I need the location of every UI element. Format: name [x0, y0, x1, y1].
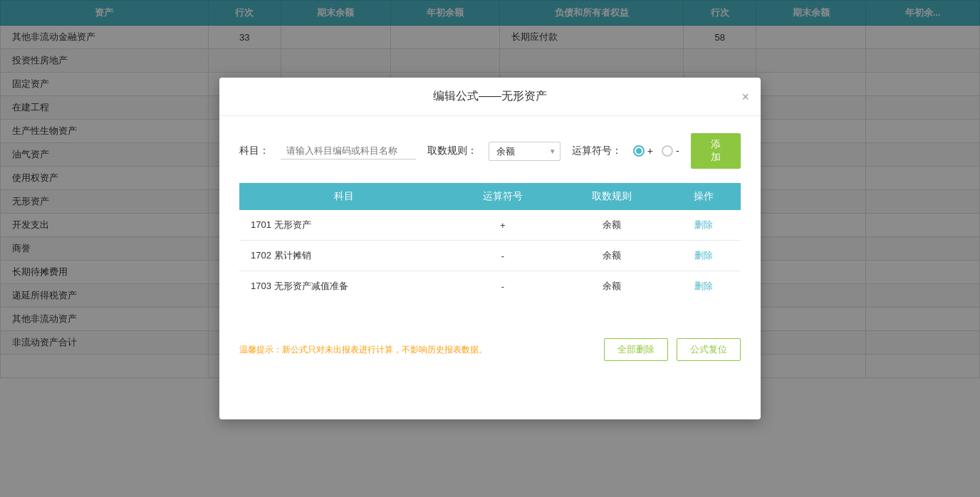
formula-subject-cell: 1701 无形资产	[239, 210, 448, 241]
edit-formula-modal: 编辑公式——无形资产 × 科目： 取数规则： 余额 借方发生额 贷方发生额 借方…	[219, 78, 761, 419]
delete-row-button[interactable]: 删除	[694, 280, 713, 293]
formula-subject-cell: 1702 累计摊销	[239, 241, 448, 271]
operator-minus-radio[interactable]: -	[662, 145, 679, 157]
footer-buttons: 全部删除 公式复位	[604, 338, 741, 361]
formula-subject-cell: 1703 无形资产减值准备	[239, 271, 448, 302]
delete-all-button[interactable]: 全部删除	[604, 338, 668, 361]
rule-select-wrapper: 余额 借方发生额 贷方发生额 借方累计 贷方累计 ▼	[489, 142, 561, 161]
operator-plus-radio[interactable]: +	[633, 145, 653, 157]
radio-minus-circle	[662, 145, 673, 157]
formula-rule-cell: 余额	[557, 241, 666, 271]
formula-table-row: 1701 无形资产 + 余额 删除	[239, 210, 741, 241]
subject-label: 科目：	[239, 145, 269, 157]
rule-select[interactable]: 余额 借方发生额 贷方发生额 借方累计 贷方累计	[489, 142, 561, 161]
modal-overlay: 编辑公式——无形资产 × 科目： 取数规则： 余额 借方发生额 贷方发生额 借方…	[0, 0, 980, 497]
formula-action-cell: 删除	[667, 241, 741, 271]
formula-operator-cell: -	[448, 241, 557, 271]
rule-label: 取数规则：	[427, 145, 477, 157]
modal-close-button[interactable]: ×	[741, 90, 749, 103]
formula-action-cell: 删除	[667, 271, 741, 302]
reset-button[interactable]: 公式复位	[677, 338, 741, 361]
add-button[interactable]: 添加	[691, 133, 741, 169]
formula-action-cell: 删除	[667, 210, 741, 241]
operator-radio-group: + -	[633, 145, 679, 157]
modal-footer: 温馨提示：新公式只对未出报表进行计算，不影响历史报表数据。 全部删除 公式复位	[219, 330, 761, 375]
formula-table-row: 1703 无形资产减值准备 - 余额 删除	[239, 271, 741, 302]
formula-rule-cell: 余额	[557, 271, 666, 302]
subject-input[interactable]	[281, 142, 416, 159]
formula-rule-cell: 余额	[557, 210, 666, 241]
form-row: 科目： 取数规则： 余额 借方发生额 贷方发生额 借方累计 贷方累计 ▼ 运算符…	[239, 133, 741, 169]
operator-minus-label: -	[676, 145, 679, 157]
operator-label: 运算符号：	[572, 145, 622, 157]
formula-operator-cell: +	[448, 210, 557, 241]
formula-operator-cell: -	[448, 271, 557, 302]
formula-table-row: 1702 累计摊销 - 余额 删除	[239, 241, 741, 271]
modal-body: 科目： 取数规则： 余额 借方发生额 贷方发生额 借方累计 贷方累计 ▼ 运算符…	[219, 116, 761, 330]
delete-row-button[interactable]: 删除	[694, 249, 713, 262]
col-rule: 取数规则	[557, 183, 666, 210]
operator-plus-label: +	[647, 145, 653, 157]
modal-header: 编辑公式——无形资产 ×	[219, 78, 761, 116]
col-operator: 运算符号	[448, 183, 557, 210]
modal-title: 编辑公式——无形资产	[433, 89, 547, 104]
col-action: 操作	[667, 183, 741, 210]
table-header-row: 科目 运算符号 取数规则 操作	[239, 183, 741, 210]
delete-row-button[interactable]: 删除	[694, 219, 713, 231]
radio-plus-circle	[633, 145, 645, 157]
warning-text: 温馨提示：新公式只对未出报表进行计算，不影响历史报表数据。	[239, 344, 487, 356]
col-subject: 科目	[239, 183, 448, 210]
formula-table: 科目 运算符号 取数规则 操作 1701 无形资产 + 余额 删除 1702 累…	[239, 183, 741, 301]
